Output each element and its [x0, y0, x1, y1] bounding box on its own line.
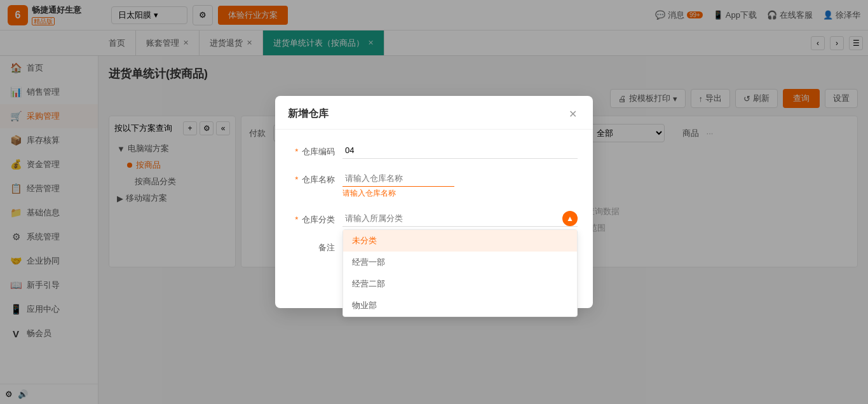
category-option-property[interactable]: 物业部 [343, 295, 577, 316]
required-star-category: * [295, 215, 298, 224]
modal-overlay[interactable]: 新增仓库 ✕ * 仓库编码 * 仓库名称 [0, 0, 868, 404]
category-field-wrap: ▲ 未分类 经营一部 经营二部 物业部 [342, 210, 578, 227]
dialog-remark-label: 备注 [290, 238, 335, 253]
warehouse-code-input[interactable] [342, 142, 578, 159]
warehouse-name-input[interactable] [342, 170, 454, 187]
category-chevron-button[interactable]: ▲ [562, 211, 578, 226]
dialog-row-category: * 仓库分类 ▲ 未分类 经营一部 经营二部 物业部 [290, 210, 578, 227]
dialog-row-name: * 仓库名称 请输入仓库名称 [290, 170, 578, 199]
required-star-name: * [295, 175, 298, 184]
required-star-code: * [295, 147, 298, 156]
dialog-close-button[interactable]: ✕ [565, 106, 580, 121]
category-input[interactable] [342, 210, 562, 226]
dialog-title: 新增仓库 [288, 107, 329, 121]
dialog-name-label: * 仓库名称 [290, 170, 335, 185]
category-option-unclassified[interactable]: 未分类 [343, 230, 577, 252]
dialog-category-label: * 仓库分类 [290, 210, 335, 226]
dialog-row-code: * 仓库编码 [290, 142, 578, 159]
dialog-body: * 仓库编码 * 仓库名称 请输入仓库名称 [275, 130, 593, 271]
dialog-code-label: * 仓库编码 [290, 142, 335, 158]
category-option-dept2[interactable]: 经营二部 [343, 273, 577, 295]
category-option-dept1[interactable]: 经营一部 [343, 252, 577, 273]
category-input-row: ▲ [342, 210, 578, 227]
dialog-header: 新增仓库 ✕ [275, 96, 593, 130]
category-dropdown: 未分类 经营一部 经营二部 物业部 [342, 229, 578, 317]
name-error-msg: 请输入仓库名称 [342, 188, 578, 199]
dialog-add-warehouse: 新增仓库 ✕ * 仓库编码 * 仓库名称 [275, 96, 593, 308]
